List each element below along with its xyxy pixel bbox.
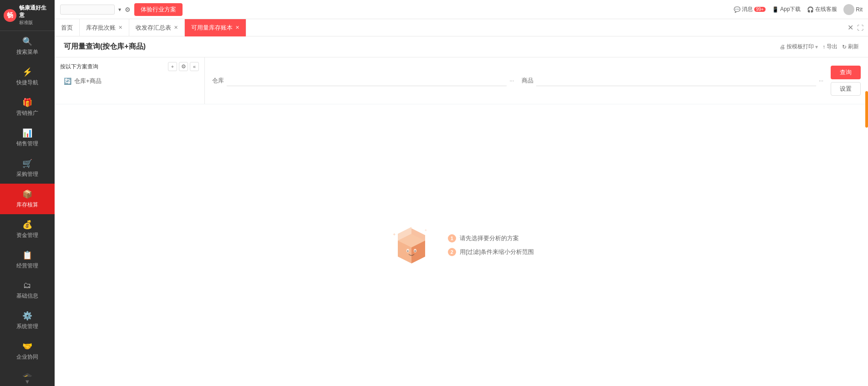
warehouse-more-btn[interactable]: ··· <box>509 77 514 84</box>
filter-area: 按以下方案查询 + ⚙ « 🔄 仓库+商品 仓库 <box>55 57 868 104</box>
sidebar-item-basic-label: 基础信息 <box>16 292 38 300</box>
filter-actions: 查询 设置 <box>831 62 861 99</box>
empty-state: ✦ ✦ 1 请先选择要分析的方案 2 用[过滤]条件来缩小分析范围 <box>55 104 868 386</box>
refresh-label: 刷新 <box>848 43 859 51</box>
tab-available-close[interactable]: ✕ <box>235 25 239 31</box>
page-header-actions: 🖨 按模板打印 ▾ ↑ 导出 ↻ 刷新 <box>780 43 859 51</box>
product-field: 商品 ··· <box>522 75 824 86</box>
user-avatar-btn[interactable]: Rit <box>843 4 863 15</box>
tab-batch-close[interactable]: ✕ <box>118 25 122 31</box>
search-icon: 🔍 <box>22 36 32 46</box>
template-print-label: 按模板打印 <box>787 43 814 51</box>
filter-right-panel: 仓库 ··· 商品 ··· 查询 设置 <box>205 57 868 104</box>
content-area: 可用量查询(按仓库+商品) 🖨 按模板打印 ▾ ↑ 导出 ↻ 刷新 <box>55 36 868 386</box>
empty-hint-2: 2 用[过滤]条件来缩小分析范围 <box>448 248 534 256</box>
trial-btn[interactable]: 体验行业方案 <box>134 3 183 16</box>
warehouse-input[interactable] <box>227 75 507 86</box>
sidebar-item-marketing[interactable]: 🎁 营销推广 <box>0 92 55 123</box>
print-dropdown-icon: ▾ <box>815 44 818 50</box>
filter-add-btn[interactable]: + <box>168 62 177 71</box>
finance-icon: 💰 <box>22 220 32 230</box>
filter-settings-btn[interactable]: ⚙ <box>179 62 188 71</box>
template-print-btn[interactable]: 🖨 按模板打印 ▾ <box>780 43 818 51</box>
svg-point-6 <box>407 250 408 252</box>
filter-scheme-item[interactable]: 🔄 仓库+商品 <box>60 75 199 87</box>
svg-text:✦: ✦ <box>424 228 427 232</box>
dropdown-arrow[interactable]: ▾ <box>118 6 121 13</box>
warehouse-label: 仓库 <box>212 77 224 85</box>
close-window-icon[interactable]: ✕ <box>848 23 853 32</box>
app-download-btn[interactable]: 📱 App下载 <box>772 5 801 13</box>
tab-summary-close[interactable]: ✕ <box>174 25 178 31</box>
empty-hint-1: 1 请先选择要分析的方案 <box>448 234 534 242</box>
sidebar-item-inventory-label: 库存核算 <box>16 201 38 209</box>
sidebar-item-system-label: 系统管理 <box>16 323 38 330</box>
filter-row: 仓库 ··· 商品 ··· 查询 设置 <box>212 62 861 99</box>
tab-home[interactable]: 首页 <box>55 19 80 36</box>
sidebar-item-enterprise[interactable]: 🤝 企业协同 <box>0 336 55 366</box>
sidebar-item-system[interactable]: ⚙️ 系统管理 <box>0 305 55 336</box>
sidebar-item-sales[interactable]: 📊 销售管理 <box>0 123 55 153</box>
filter-collapse-btn[interactable]: « <box>190 62 199 71</box>
export-label: 导出 <box>827 43 838 51</box>
sidebar-scroll-down[interactable]: ▼ <box>0 377 55 386</box>
online-service-label: 在线客服 <box>815 5 837 13</box>
app-logo: 畅 畅康通好生意 标准版 <box>4 5 51 26</box>
window-controls: ✕ ⛶ <box>843 23 868 32</box>
sidebar-item-purchase-label: 采购管理 <box>16 170 38 178</box>
scheme-label: 仓库+商品 <box>74 77 102 85</box>
tab-summary-label: 收发存汇总表 <box>136 24 171 32</box>
logo-icon: 畅 <box>4 9 16 22</box>
sidebar: 畅 畅康通好生意 标准版 🔍 搜索菜单 ⚡ 快捷导航 🎁 营销推广 📊 销售管理… <box>0 0 55 386</box>
export-btn[interactable]: ↑ 导出 <box>822 43 838 51</box>
message-label: 消息 <box>742 5 753 13</box>
sidebar-item-purchase[interactable]: 🛒 采购管理 <box>0 153 55 184</box>
sidebar-item-newuser[interactable]: 🎓 新手引导 <box>0 366 55 377</box>
sidebar-item-basic[interactable]: 🗂 基础信息 <box>0 275 55 305</box>
message-badge: 99+ <box>754 7 766 12</box>
sidebar-item-shortcut[interactable]: ⚡ 快捷导航 <box>0 62 55 92</box>
tab-batch[interactable]: 库存批次账 ✕ <box>80 19 129 36</box>
query-button[interactable]: 查询 <box>831 66 861 79</box>
sidebar-item-search[interactable]: 🔍 搜索菜单 <box>0 31 55 62</box>
refresh-btn[interactable]: ↻ 刷新 <box>842 43 859 51</box>
empty-box-illustration: ✦ ✦ <box>389 222 434 268</box>
expand-window-icon[interactable]: ⛶ <box>857 24 863 31</box>
sidebar-item-finance[interactable]: 💰 资金管理 <box>0 214 55 245</box>
hint-text-1: 请先选择要分析的方案 <box>460 234 519 242</box>
setting-button[interactable]: 设置 <box>831 82 861 96</box>
svg-text:✦: ✦ <box>392 232 396 237</box>
message-btn[interactable]: 💬 消息 99+ <box>734 5 766 13</box>
filter-left-title: 按以下方案查询 <box>60 63 98 71</box>
shortcut-icon: ⚡ <box>22 67 32 77</box>
app-download-icon: 📱 <box>772 6 779 13</box>
tab-available[interactable]: 可用量库存账本 ✕ <box>185 19 246 36</box>
search-input[interactable] <box>60 5 115 15</box>
refresh-icon: ↻ <box>842 44 847 50</box>
topbar: ▾ ⚙ 体验行业方案 💬 消息 99+ 📱 App下载 🎧 在线客服 Rit <box>55 0 868 19</box>
export-icon: ↑ <box>822 44 825 50</box>
app-name: 畅康通好生意 <box>19 5 51 19</box>
sidebar-item-search-label: 搜索菜单 <box>16 48 38 56</box>
product-more-btn[interactable]: ··· <box>819 77 823 84</box>
warehouse-field: 仓库 ··· <box>212 75 514 86</box>
print-icon: 🖨 <box>780 44 785 50</box>
service-icon: 🎧 <box>807 6 814 13</box>
empty-state-content: ✦ ✦ 1 请先选择要分析的方案 2 用[过滤]条件来缩小分析范围 <box>389 222 534 268</box>
filter-left-header: 按以下方案查询 + ⚙ « <box>60 62 199 71</box>
tab-summary[interactable]: 收发存汇总表 ✕ <box>129 19 185 36</box>
empty-hints: 1 请先选择要分析的方案 2 用[过滤]条件来缩小分析范围 <box>448 234 534 256</box>
online-service-btn[interactable]: 🎧 在线客服 <box>807 5 837 13</box>
right-scrollbar[interactable] <box>865 91 868 128</box>
sidebar-item-operation[interactable]: 📋 经营管理 <box>0 245 55 275</box>
sidebar-item-inventory[interactable]: 📦 库存核算 <box>0 184 55 214</box>
tab-batch-label: 库存批次账 <box>86 24 116 32</box>
app-version: 标准版 <box>19 20 51 26</box>
hint-num-1: 1 <box>448 234 456 242</box>
message-icon: 💬 <box>734 6 741 13</box>
marketing-icon: 🎁 <box>22 98 32 108</box>
sales-icon: 📊 <box>22 128 32 138</box>
operation-icon: 📋 <box>22 250 32 260</box>
gear-icon[interactable]: ⚙ <box>125 6 131 13</box>
product-input[interactable] <box>536 75 816 86</box>
